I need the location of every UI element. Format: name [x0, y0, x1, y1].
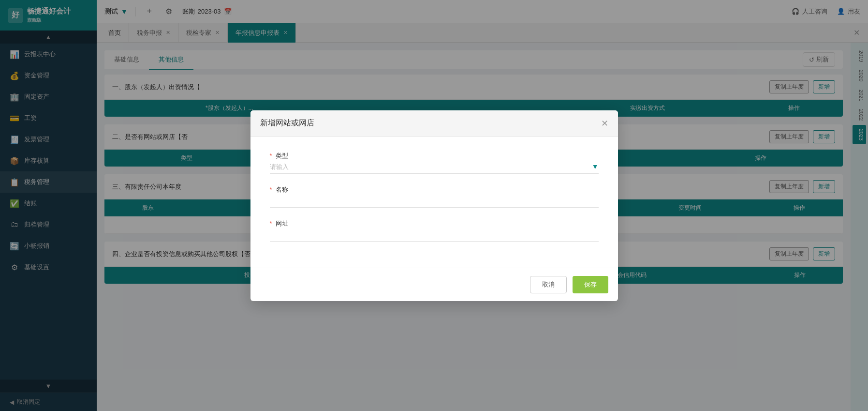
form-row-type: * 类型 ▼ [270, 152, 599, 174]
modal-add-website: 新增网站或网店 ✕ * 类型 ▼ * 名称 * 网址 [250, 110, 618, 301]
url-label-text: 网址 [276, 220, 288, 227]
type-input[interactable] [270, 160, 592, 173]
type-chevron-icon[interactable]: ▼ [592, 163, 599, 170]
modal-title: 新增网站或网店 [260, 118, 314, 128]
type-required-star: * [270, 152, 272, 159]
modal-body: * 类型 ▼ * 名称 * 网址 [250, 137, 618, 268]
type-label-text: 类型 [276, 152, 288, 159]
modal-overlay: 新增网站或网店 ✕ * 类型 ▼ * 名称 * 网址 [0, 0, 868, 411]
save-button[interactable]: 保存 [573, 276, 608, 293]
form-row-url: * 网址 [270, 219, 599, 242]
name-label-text: 名称 [276, 186, 288, 193]
cancel-button[interactable]: 取消 [530, 276, 567, 293]
modal-close-button[interactable]: ✕ [601, 118, 608, 129]
url-input[interactable] [270, 228, 599, 242]
name-input[interactable] [270, 194, 599, 208]
modal-footer: 取消 保存 [250, 268, 618, 301]
type-select-wrapper: ▼ [270, 160, 599, 174]
url-required-star: * [270, 220, 272, 227]
form-row-name: * 名称 [270, 185, 599, 208]
name-required-star: * [270, 186, 272, 193]
modal-header: 新增网站或网店 ✕ [250, 110, 618, 137]
